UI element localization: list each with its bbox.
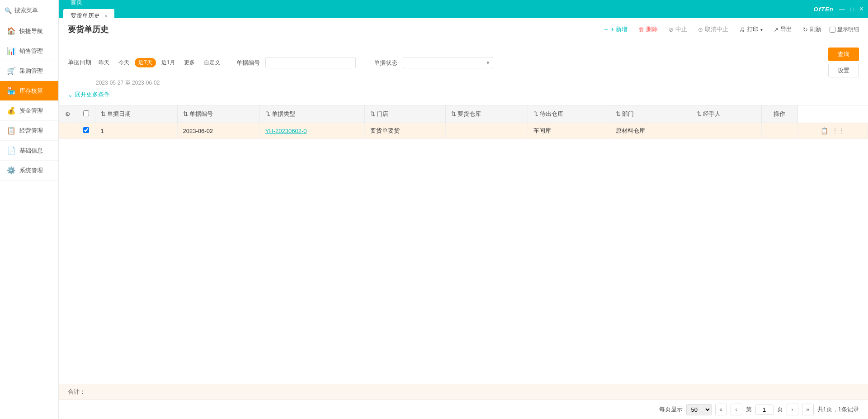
col-pending-warehouse[interactable]: ⇅ 待出仓库 <box>528 105 610 123</box>
col-store[interactable]: ⇅ 门店 <box>364 105 445 123</box>
sidebar-label-operations: 经营管理 <box>19 127 43 135</box>
op-more-0[interactable]: ⋮⋮ <box>832 127 844 134</box>
sidebar-search-label: 搜索菜单 <box>14 6 38 14</box>
col-handler[interactable]: ⇅ 经手人 <box>691 105 761 123</box>
delete-button[interactable]: 🗑 删除 <box>636 24 660 35</box>
filter-row: 单据日期 昨天今天近7天近1月更多自定义 单据编号 单据状态 查询 设置 <box>68 48 859 77</box>
refresh-button[interactable]: ↻ 刷新 <box>800 24 824 35</box>
row-settings-0 <box>59 123 77 139</box>
tab-label-home: 首页 <box>71 0 82 6</box>
export-button[interactable]: ↗ 导出 <box>771 24 795 35</box>
row-check-0[interactable] <box>83 127 89 133</box>
doc-number-input[interactable] <box>265 57 356 68</box>
date-option-今天[interactable]: 今天 <box>115 58 133 67</box>
show-detail-checkbox[interactable]: 显示明细 <box>830 26 859 33</box>
sort-icon: ⇅ <box>370 110 375 117</box>
page-number-input[interactable] <box>755 405 774 415</box>
cell-doc-number-0[interactable]: YH-20230602-0 <box>259 123 364 139</box>
data-table: ⚙ ⇅ 单据日期 ⇅ 单据编号 ⇅ 单据类型 ⇅ 门店 ⇅ 要货仓库 ⇅ 待出仓… <box>59 105 868 139</box>
stop-button[interactable]: ⊘ 中止 <box>666 24 690 35</box>
doc-number-link-0[interactable]: YH-20230602-0 <box>265 128 307 134</box>
sidebar-item-finance[interactable]: 💰资金管理 <box>0 101 58 121</box>
system-icon: ⚙️ <box>7 166 16 175</box>
tab-home[interactable]: 首页 <box>63 0 114 9</box>
sort-icon: ⇅ <box>183 110 188 117</box>
doc-status-label: 单据状态 <box>374 59 397 66</box>
sidebar-item-sales[interactable]: 📊销售管理 <box>0 41 58 61</box>
date-option-近1月[interactable]: 近1月 <box>158 58 179 67</box>
sidebar-label-basic-info: 基础信息 <box>19 147 43 155</box>
date-option-昨天[interactable]: 昨天 <box>95 58 113 67</box>
date-option-自定义[interactable]: 自定义 <box>200 58 224 67</box>
doc-status-select-wrapper <box>403 57 493 68</box>
select-all-checkbox[interactable] <box>83 110 89 116</box>
sidebar-label-finance: 资金管理 <box>19 107 43 115</box>
settings-button[interactable]: 设置 <box>828 64 859 77</box>
sidebar-item-quick-nav[interactable]: 🏠快捷导航 <box>0 21 58 41</box>
quick-nav-icon: 🏠 <box>7 27 16 35</box>
col-doc-number[interactable]: ⇅ 单据编号 <box>177 105 259 123</box>
print-dropdown-icon: ▾ <box>760 27 763 32</box>
per-page-select[interactable]: 2050100 <box>686 404 712 415</box>
sidebar-label-quick-nav: 快捷导航 <box>19 27 43 35</box>
col-checkbox <box>77 105 95 123</box>
col-doc-date[interactable]: ⇅ 单据日期 <box>95 105 177 123</box>
refresh-icon: ↻ <box>803 26 808 33</box>
sidebar-item-basic-info[interactable]: 📄基础信息 <box>0 141 58 161</box>
search-icon: 🔍 <box>5 7 12 14</box>
col-doc-type[interactable]: ⇅ 单据类型 <box>259 105 364 123</box>
stop-icon: ⊘ <box>669 26 674 33</box>
print-icon: 🖨 <box>739 26 745 33</box>
sales-icon: 📊 <box>7 47 16 55</box>
sidebar-label-system: 系统管理 <box>19 167 43 175</box>
page-title: 要货单历史 <box>68 24 108 35</box>
cell-doc-type-0: 要货单要货 <box>364 123 445 139</box>
page-label: 第 <box>746 405 752 414</box>
col-department[interactable]: ⇅ 部门 <box>610 105 691 123</box>
query-button[interactable]: 查询 <box>828 48 859 61</box>
show-detail-label: 显示明细 <box>837 26 859 33</box>
sidebar-item-purchase[interactable]: 🛒采购管理 <box>0 61 58 81</box>
minimize-btn[interactable]: — <box>839 6 845 13</box>
filter-area: 单据日期 昨天今天近7天近1月更多自定义 单据编号 单据状态 查询 设置 <box>59 41 868 105</box>
delete-icon: 🗑 <box>638 26 644 33</box>
show-detail-check[interactable] <box>830 27 835 33</box>
main-content: 首页要货单历史× OfTEn — □ × 要货单历史 ＋ + 新增 🗑 删除 ⊘… <box>59 0 868 419</box>
sidebar-label-inventory: 库存核算 <box>19 87 43 95</box>
last-page-btn[interactable]: » <box>802 404 814 415</box>
maximize-btn[interactable]: □ <box>850 6 854 13</box>
finance-icon: 💰 <box>7 106 16 115</box>
first-page-btn[interactable]: « <box>715 404 727 415</box>
doc-status-select[interactable] <box>403 57 493 68</box>
col-req-warehouse[interactable]: ⇅ 要货仓库 <box>445 105 528 123</box>
sidebar-search[interactable]: 🔍 搜索菜单 <box>0 0 58 21</box>
date-range-display: 2023-05-27 至 2023-06-02 <box>68 79 859 87</box>
sort-icon: ⇅ <box>101 110 106 117</box>
op-view-0[interactable]: 📋 <box>821 127 828 134</box>
sidebar-item-inventory[interactable]: 🏪库存核算 <box>0 81 58 101</box>
purchase-icon: 🛒 <box>7 67 16 75</box>
expand-more-btn[interactable]: ⌄ 展开更多条件 <box>68 90 859 99</box>
per-page-label: 每页显示 <box>659 405 683 414</box>
print-button[interactable]: 🖨 打印 ▾ <box>736 24 765 35</box>
table-header-row: ⚙ ⇅ 单据日期 ⇅ 单据编号 ⇅ 单据类型 ⇅ 门店 ⇅ 要货仓库 ⇅ 待出仓… <box>59 105 868 123</box>
cell-handler-0 <box>761 123 797 139</box>
page-suffix: 页 <box>777 405 783 414</box>
total-info: 共1页，1条记录 <box>817 405 859 414</box>
table-summary: 合计： <box>59 384 868 400</box>
cancel-stop-button[interactable]: ⊙ 取消中止 <box>695 24 731 35</box>
new-icon: ＋ <box>603 25 609 33</box>
prev-page-btn[interactable]: ‹ <box>731 404 742 415</box>
col-settings[interactable]: ⚙ <box>59 105 77 123</box>
new-button[interactable]: ＋ + 新增 <box>600 24 630 35</box>
next-page-btn[interactable]: › <box>787 404 798 415</box>
sidebar-item-operations[interactable]: 📋经营管理 <box>0 121 58 141</box>
cell-store-0 <box>445 123 528 139</box>
sidebar-item-system[interactable]: ⚙️系统管理 <box>0 161 58 181</box>
table-row: 1 2023-06-02 YH-20230602-0 要货单要货 车间库 原材料… <box>59 123 868 139</box>
date-option-近7天[interactable]: 近7天 <box>135 58 156 67</box>
date-option-更多[interactable]: 更多 <box>180 58 198 67</box>
topbar-right: OfTEn — □ × <box>814 5 863 13</box>
sort-icon: ⇅ <box>451 110 456 117</box>
close-btn[interactable]: × <box>859 5 863 13</box>
